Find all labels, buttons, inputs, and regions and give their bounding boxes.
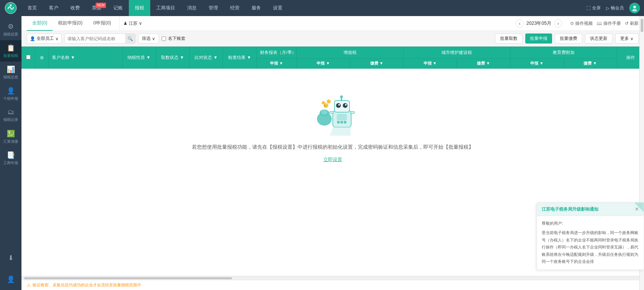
notif-content: 受当前电子税务局进一步升级的影响，同一个政务网账号（办税人）名下的企业不能再同时… [542, 229, 639, 266]
tab-zero-declaration[interactable]: 0申报(0) [88, 16, 116, 31]
warning-icon: ⚠ [27, 283, 31, 288]
user-avatar[interactable] [629, 3, 640, 13]
corner-decoration [634, 203, 644, 212]
svg-point-16 [345, 104, 347, 106]
th-tax-nature: 纳税性质 ▼ [122, 47, 156, 69]
svg-point-2 [633, 6, 636, 8]
status-text: 验证账密、采集信息均成功的企业才会流转至批量报税页面中 [33, 282, 141, 288]
svg-text:¥: ¥ [323, 104, 326, 107]
svg-point-14 [343, 103, 347, 108]
fullscreen-btn[interactable]: ⛶ 全屏 [586, 5, 601, 11]
notif-header: 江苏电子税务局升级影响通知 ✕ [537, 203, 644, 216]
nav-invoice[interactable]: 票据 NEW [86, 0, 107, 16]
operation-manual-btn[interactable]: 📖 操作手册 [597, 20, 621, 26]
checkbox-label[interactable]: 名下账套 [162, 35, 185, 42]
more-btn[interactable]: 更多 ∨ [615, 33, 639, 44]
svg-point-1 [10, 4, 12, 6]
next-month-btn[interactable]: › [554, 19, 562, 27]
svg-point-18 [340, 95, 343, 98]
sidebar-item-tax-record[interactable]: 🗂 报税记录 [0, 104, 21, 126]
svg-point-23 [340, 121, 343, 124]
svg-rect-20 [351, 112, 355, 114]
region-select[interactable]: ♟ 江苏 ∨ [119, 16, 146, 31]
batch-fetch-btn[interactable]: 批量取数 [495, 33, 523, 44]
new-badge: NEW [96, 3, 106, 8]
sidebar-item-batch-tax[interactable]: 📋 批量报税 [0, 40, 21, 62]
status-bar: ⚠ 验证账密、采集信息均成功的企业才会流转至批量报税页面中 [21, 280, 644, 290]
sub-account-checkbox[interactable] [162, 37, 166, 41]
select-all-checkbox[interactable] [26, 55, 31, 59]
svg-point-6 [321, 110, 328, 115]
search-box: 🔍 [64, 33, 136, 44]
sidebar-item-download[interactable]: ⬇ [0, 247, 21, 269]
member-btn[interactable]: ▷ 畅会员 [606, 5, 624, 11]
more-dropdown-icon: ∨ [630, 36, 634, 41]
status-update-btn[interactable]: 状态更新 [585, 33, 612, 44]
sidebar-item-tax-summary[interactable]: 📊 报税总览 [0, 62, 21, 83]
sidebar-item-user[interactable]: 👤 [0, 269, 21, 290]
batch-declare-btn[interactable]: 批量申报 [525, 33, 552, 44]
filter-icon-check[interactable]: ▼ [247, 55, 251, 60]
operation-video-btn[interactable]: ⊙ 操作视频 [570, 20, 593, 26]
filter-icon-fetch[interactable]: ▼ [180, 55, 184, 60]
svg-point-3 [632, 9, 637, 11]
tax-summary-icon: 📊 [7, 65, 15, 73]
sidebar-item-annual-report[interactable]: 📑 工商年报 [0, 147, 21, 169]
tax-settings-icon: ⚙ [8, 22, 14, 30]
employee-icon: 👤 [30, 36, 35, 41]
tax-record-icon: 🗂 [7, 108, 14, 116]
tab-tax-declaration[interactable]: 税款申报(0) [53, 16, 88, 31]
tab-right-actions: ⊙ 操作视频 📖 操作手册 ↺ 刷新 [570, 20, 639, 26]
filter-icon-name[interactable]: ▼ [71, 55, 75, 60]
prev-month-btn[interactable]: ‹ [516, 19, 524, 27]
filter-icon-tax[interactable]: ▼ [146, 55, 151, 60]
th-check[interactable] [22, 47, 35, 69]
logo[interactable] [4, 1, 17, 15]
user-icon: 👤 [7, 275, 15, 283]
th-fin-report: 财务报表（月/季） [257, 47, 297, 59]
nav-biz[interactable]: 工商项目 [150, 0, 181, 16]
batch-pay-btn[interactable]: 批量缴费 [555, 33, 582, 44]
manual-icon: 📖 [597, 21, 602, 26]
sidebar-item-personal-tax[interactable]: 👤 个税申报 [0, 83, 21, 104]
empty-state: ¥ [22, 69, 644, 183]
sidebar-bottom: ⬇ 👤 [0, 247, 21, 290]
annual-report-icon: 📑 [7, 151, 15, 159]
employee-select[interactable]: 👤 全部员工 ∨ [27, 33, 62, 44]
svg-point-22 [337, 121, 340, 124]
nav-service[interactable]: 服务 [246, 0, 267, 16]
th-city: 城市维护建设税 [404, 47, 510, 59]
refresh-btn[interactable]: ↺ 刷新 [625, 20, 639, 26]
horizontal-scrollbar[interactable] [21, 276, 644, 280]
tabs-row: 全部(0) 税款申报(0) 0申报(0) ♟ 江苏 ∨ ‹ 2023年05月 ›… [21, 16, 644, 31]
filter-dropdown-icon: ∨ [152, 36, 155, 41]
filter-icon-compare[interactable]: ▼ [213, 55, 218, 60]
nav-items: 首页 客户 收费 票据 NEW 记账 报税 工商项目 消息 管理 经营 服务 设… [21, 0, 586, 16]
tab-all[interactable]: 全部(0) [27, 16, 53, 31]
nav-accounting[interactable]: 记账 [107, 0, 129, 16]
right-scroll-thumb[interactable] [641, 19, 643, 32]
svg-point-8 [327, 99, 331, 103]
search-btn[interactable]: 🔍 [125, 33, 135, 44]
filter-btn[interactable]: 筛选 ∨ [138, 33, 159, 44]
nav-home[interactable]: 首页 [21, 0, 43, 16]
th-edu-declare: 申报 ▼ [510, 59, 564, 69]
th-compare-status: 比对状态 ▼ [190, 47, 223, 69]
current-month: 2023年05月 [526, 20, 551, 26]
th-edu-pay: 缴费 ▼ [564, 59, 617, 69]
nav-manage[interactable]: 管理 [203, 0, 224, 16]
svg-rect-19 [329, 112, 333, 114]
nav-operation[interactable]: 经营 [224, 0, 246, 16]
sidebar-item-tax-settings[interactable]: ⚙ 报税设置 [0, 19, 21, 40]
scroll-thumb[interactable] [24, 277, 232, 279]
nav-billing[interactable]: 收费 [64, 0, 86, 16]
nav-settings[interactable]: 设置 [267, 0, 288, 16]
svg-point-13 [336, 103, 341, 108]
nav-right: ⛶ 全屏 ▷ 畅会员 [586, 3, 640, 13]
nav-customer[interactable]: 客户 [43, 0, 64, 16]
setup-link[interactable]: 立即设置 [323, 157, 342, 163]
search-input[interactable] [65, 36, 125, 41]
sidebar-item-settlement[interactable]: 💹 汇算清缴 [0, 126, 21, 147]
nav-message[interactable]: 消息 [181, 0, 203, 16]
nav-tax[interactable]: 报税 [129, 0, 150, 16]
